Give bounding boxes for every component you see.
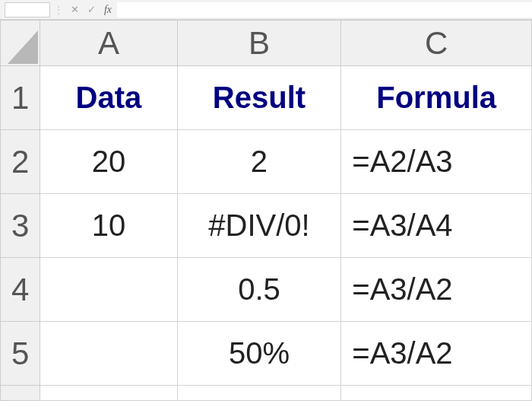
formula-bar: ⋮ ✕ ✓ fx bbox=[0, 0, 532, 20]
cell-A2[interactable]: 20 bbox=[40, 130, 178, 194]
column-header-row: A B C bbox=[1, 21, 532, 66]
cell-C3[interactable]: =A3/A4 bbox=[341, 194, 532, 258]
table-row bbox=[1, 386, 532, 401]
table-row: 1 Data Result Formula bbox=[1, 66, 532, 130]
cancel-icon[interactable]: ✕ bbox=[67, 2, 82, 17]
col-header-B[interactable]: B bbox=[177, 21, 341, 66]
cell-B1[interactable]: Result bbox=[177, 66, 341, 130]
cell-C2[interactable]: =A2/A3 bbox=[341, 130, 532, 194]
cell-A4[interactable] bbox=[40, 258, 178, 322]
cell-C5[interactable]: =A3/A2 bbox=[341, 322, 532, 386]
table-row: 5 50% =A3/A2 bbox=[1, 322, 532, 386]
cell-A1[interactable]: Data bbox=[40, 66, 178, 130]
col-header-A[interactable]: A bbox=[40, 21, 178, 66]
spreadsheet-grid: A B C 1 Data Result Formula 2 20 2 =A2/A… bbox=[0, 20, 532, 401]
cell-C4[interactable]: =A3/A2 bbox=[341, 258, 532, 322]
row-header-3[interactable]: 3 bbox=[1, 194, 40, 258]
cell-B4[interactable]: 0.5 bbox=[177, 258, 341, 322]
cell-B3[interactable]: #DIV/0! bbox=[177, 194, 341, 258]
separator: ⋮ bbox=[52, 4, 65, 16]
cell-C1[interactable]: Formula bbox=[341, 66, 532, 130]
name-box[interactable] bbox=[5, 2, 50, 17]
cell-B6[interactable] bbox=[177, 386, 341, 401]
row-header-2[interactable]: 2 bbox=[1, 130, 40, 194]
fx-icon[interactable]: fx bbox=[100, 2, 116, 17]
table-row: 3 10 #DIV/0! =A3/A4 bbox=[1, 194, 532, 258]
enter-icon[interactable]: ✓ bbox=[84, 2, 99, 17]
cell-A6[interactable] bbox=[40, 386, 178, 401]
table-row: 2 20 2 =A2/A3 bbox=[1, 130, 532, 194]
cell-A3[interactable]: 10 bbox=[40, 194, 178, 258]
formula-input[interactable] bbox=[117, 2, 532, 17]
cell-B2[interactable]: 2 bbox=[177, 130, 341, 194]
cell-C6[interactable] bbox=[341, 386, 532, 401]
cell-B5[interactable]: 50% bbox=[177, 322, 341, 386]
row-header-5[interactable]: 5 bbox=[1, 322, 40, 386]
cell-A5[interactable] bbox=[40, 322, 178, 386]
row-header-6[interactable] bbox=[1, 386, 40, 401]
select-all-corner[interactable] bbox=[1, 21, 40, 66]
row-header-4[interactable]: 4 bbox=[1, 258, 40, 322]
col-header-C[interactable]: C bbox=[341, 21, 532, 66]
table-row: 4 0.5 =A3/A2 bbox=[1, 258, 532, 322]
row-header-1[interactable]: 1 bbox=[1, 66, 40, 130]
